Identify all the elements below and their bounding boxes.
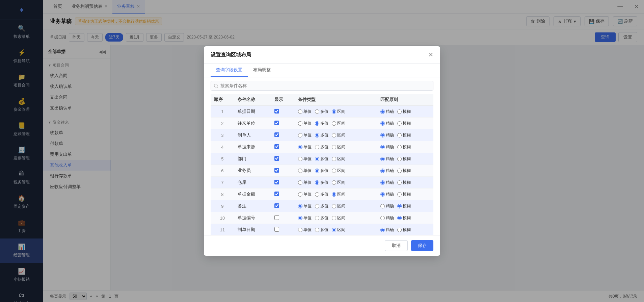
row-type-4[interactable]: 单值 多值 区间 <box>295 141 377 153</box>
row-type-3[interactable]: 单值 多值 区间 <box>295 129 377 141</box>
row-show-8[interactable] <box>271 188 295 200</box>
radio-exact-11[interactable]: 精确 <box>380 227 394 233</box>
radio-single-8[interactable]: 单值 <box>298 192 312 197</box>
radio-fuzzy-3[interactable]: 模糊 <box>397 132 411 138</box>
radio-single-10[interactable]: 单值 <box>298 215 312 221</box>
row-show-9[interactable] <box>271 200 295 212</box>
row-type-6[interactable]: 单值 多值 区间 <box>295 165 377 177</box>
row-match-6[interactable]: 精确 模糊 <box>377 165 433 177</box>
radio-range-3[interactable]: 区间 <box>332 132 345 138</box>
radio-exact-9[interactable]: 精确 <box>380 203 394 209</box>
row-show-6[interactable] <box>271 165 295 177</box>
show-checkbox-11[interactable] <box>274 227 279 232</box>
radio-single-4[interactable]: 单值 <box>298 144 312 150</box>
show-checkbox-6[interactable] <box>274 168 279 173</box>
show-checkbox-5[interactable] <box>274 156 279 161</box>
modal-tab-layout[interactable]: 布局调整 <box>248 64 276 77</box>
radio-exact-1[interactable]: 精确 <box>380 109 394 115</box>
radio-multi-5[interactable]: 多值 <box>315 156 328 162</box>
radio-exact-2[interactable]: 精确 <box>380 121 394 126</box>
row-match-4[interactable]: 精确 模糊 <box>377 141 433 153</box>
radio-range-9[interactable]: 区间 <box>332 203 345 209</box>
radio-fuzzy-10[interactable]: 模糊 <box>397 215 411 221</box>
row-match-2[interactable]: 精确 模糊 <box>377 118 433 129</box>
radio-single-9[interactable]: 单值 <box>298 203 312 209</box>
row-match-1[interactable]: 精确 模糊 <box>377 106 433 118</box>
row-show-11[interactable] <box>271 224 295 235</box>
radio-range-7[interactable]: 区间 <box>332 180 345 185</box>
radio-multi-9[interactable]: 多值 <box>315 203 328 209</box>
row-type-9[interactable]: 单值 多值 区间 <box>295 200 377 212</box>
cancel-button[interactable]: 取消 <box>385 240 408 251</box>
radio-multi-7[interactable]: 多值 <box>315 180 328 185</box>
radio-single-6[interactable]: 单值 <box>298 168 312 174</box>
row-match-8[interactable]: 精确 模糊 <box>377 188 433 200</box>
radio-range-8[interactable]: 区间 <box>332 192 345 197</box>
radio-exact-6[interactable]: 精确 <box>380 168 394 174</box>
radio-fuzzy-4[interactable]: 模糊 <box>397 144 411 150</box>
row-match-9[interactable]: 精确 模糊 <box>377 200 433 212</box>
radio-fuzzy-1[interactable]: 模糊 <box>397 109 411 115</box>
row-match-7[interactable]: 精确 模糊 <box>377 177 433 188</box>
radio-range-11[interactable]: 区间 <box>332 227 345 233</box>
row-show-2[interactable] <box>271 118 295 129</box>
radio-fuzzy-5[interactable]: 模糊 <box>397 156 411 162</box>
row-match-11[interactable]: 精确 模糊 <box>377 224 433 235</box>
row-match-10[interactable]: 精确 模糊 <box>377 212 433 224</box>
radio-exact-3[interactable]: 精确 <box>380 132 394 138</box>
radio-fuzzy-2[interactable]: 模糊 <box>397 121 411 126</box>
modal-search-input[interactable] <box>211 81 433 91</box>
row-type-5[interactable]: 单值 多值 区间 <box>295 153 377 165</box>
radio-multi-6[interactable]: 多值 <box>315 168 328 174</box>
modal-tab-field-settings[interactable]: 查询字段设置 <box>211 64 248 77</box>
radio-range-5[interactable]: 区间 <box>332 156 345 162</box>
radio-fuzzy-8[interactable]: 模糊 <box>397 192 411 197</box>
radio-multi-2[interactable]: 多值 <box>315 121 328 126</box>
show-checkbox-3[interactable] <box>274 132 279 137</box>
show-checkbox-10[interactable] <box>274 215 279 220</box>
row-type-7[interactable]: 单值 多值 区间 <box>295 177 377 188</box>
row-show-7[interactable] <box>271 177 295 188</box>
row-show-4[interactable] <box>271 141 295 153</box>
radio-single-7[interactable]: 单值 <box>298 180 312 185</box>
radio-multi-4[interactable]: 多值 <box>315 144 328 150</box>
radio-exact-7[interactable]: 精确 <box>380 180 394 185</box>
radio-range-1[interactable]: 区间 <box>332 109 345 115</box>
radio-range-2[interactable]: 区间 <box>332 121 345 126</box>
radio-exact-5[interactable]: 精确 <box>380 156 394 162</box>
modal-save-button[interactable]: 保存 <box>411 240 433 251</box>
radio-multi-11[interactable]: 多值 <box>315 227 328 233</box>
radio-multi-1[interactable]: 多值 <box>315 109 328 115</box>
show-checkbox-4[interactable] <box>274 144 279 149</box>
row-show-10[interactable] <box>271 212 295 224</box>
row-type-2[interactable]: 单值 多值 区间 <box>295 118 377 129</box>
radio-multi-3[interactable]: 多值 <box>315 132 328 138</box>
row-type-11[interactable]: 单值 多值 区间 <box>295 224 377 235</box>
show-checkbox-9[interactable] <box>274 203 279 208</box>
radio-exact-10[interactable]: 精确 <box>380 215 394 221</box>
radio-single-11[interactable]: 单值 <box>298 227 312 233</box>
row-show-1[interactable] <box>271 106 295 118</box>
radio-multi-8[interactable]: 多值 <box>315 192 328 197</box>
row-type-8[interactable]: 单值 多值 区间 <box>295 188 377 200</box>
row-show-5[interactable] <box>271 153 295 165</box>
radio-single-3[interactable]: 单值 <box>298 132 312 138</box>
radio-exact-8[interactable]: 精确 <box>380 192 394 197</box>
show-checkbox-7[interactable] <box>274 180 279 184</box>
radio-multi-10[interactable]: 多值 <box>315 215 328 221</box>
radio-range-4[interactable]: 区间 <box>332 144 345 150</box>
radio-fuzzy-6[interactable]: 模糊 <box>397 168 411 174</box>
radio-single-1[interactable]: 单值 <box>298 109 312 115</box>
row-match-3[interactable]: 精确 模糊 <box>377 129 433 141</box>
row-type-1[interactable]: 单值 多值 区间 <box>295 106 377 118</box>
row-match-5[interactable]: 精确 模糊 <box>377 153 433 165</box>
radio-range-6[interactable]: 区间 <box>332 168 345 174</box>
show-checkbox-1[interactable] <box>274 109 279 114</box>
row-type-10[interactable]: 单值 多值 区间 <box>295 212 377 224</box>
radio-range-10[interactable]: 区间 <box>332 215 345 221</box>
radio-single-2[interactable]: 单值 <box>298 121 312 126</box>
modal-close-button[interactable]: ✕ <box>428 51 433 58</box>
show-checkbox-8[interactable] <box>274 192 279 196</box>
show-checkbox-2[interactable] <box>274 121 279 125</box>
radio-exact-4[interactable]: 精确 <box>380 144 394 150</box>
